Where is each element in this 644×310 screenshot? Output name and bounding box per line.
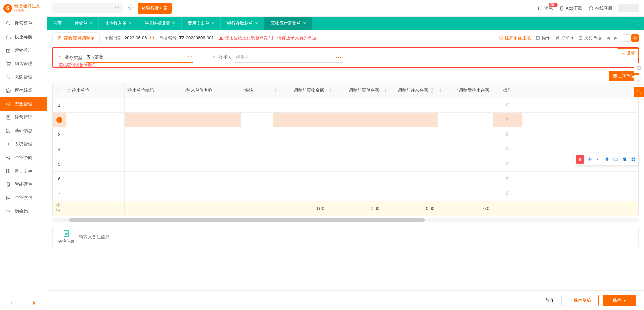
cell-code[interactable] <box>125 127 183 142</box>
settings-button[interactable]: 设置 <box>617 48 639 58</box>
sort-icon[interactable]: ▲▼ <box>184 88 187 92</box>
cell-remark[interactable] <box>241 127 273 142</box>
cell-pre-balance[interactable] <box>383 127 438 142</box>
save-draft-button[interactable]: 保存草稿 <box>566 295 599 306</box>
handler-input[interactable]: 经手人 ••• <box>235 52 343 63</box>
online-service-button[interactable]: 在线客服 <box>588 5 612 11</box>
ime-mic-icon[interactable] <box>604 156 610 163</box>
cell-code[interactable] <box>125 142 183 157</box>
cell-code[interactable] <box>125 186 183 201</box>
cell-code[interactable] <box>125 157 183 171</box>
cell-pre-balance[interactable] <box>383 157 438 171</box>
view-grid-button[interactable] <box>631 34 639 42</box>
trash-icon[interactable] <box>505 102 510 108</box>
sort-icon[interactable]: ▲▼ <box>126 88 128 92</box>
cell-pre-ap[interactable] <box>328 127 383 142</box>
app-download-button[interactable]: App下载 <box>559 5 582 11</box>
trash-icon[interactable] <box>505 146 510 152</box>
cell-pre-balance[interactable] <box>383 113 438 127</box>
nav-marketing[interactable]: 营销推广 <box>0 44 47 57</box>
cell-pre-balance[interactable] <box>383 172 438 186</box>
tab-other-income[interactable]: 其他收入单✕ <box>99 17 138 30</box>
tab-bank[interactable]: 银行存取款单✕ <box>221 17 264 30</box>
operate-button[interactable]: 操作 <box>536 35 550 41</box>
cell-name[interactable] <box>183 157 241 171</box>
cell-remark[interactable] <box>241 186 273 201</box>
trash-icon[interactable] <box>505 176 510 182</box>
ime-toolbox-icon[interactable] <box>630 156 637 163</box>
cell-unit[interactable] <box>66 98 125 112</box>
nav-system[interactable]: 系统管理 <box>0 137 47 151</box>
ime-lang-icon[interactable]: 中 <box>586 156 593 163</box>
sort-icon[interactable]: ▲▼ <box>439 88 442 92</box>
th-pre-ap[interactable]: ▲▼调整前应付余额 <box>328 83 383 98</box>
nav-guide[interactable]: 新手引导 <box>0 164 47 178</box>
th-remark[interactable]: ▲▼备注 <box>241 83 273 98</box>
nav-inventory[interactable]: 库存核算 <box>0 84 47 97</box>
save-button[interactable]: 保存▾ <box>603 295 636 306</box>
cell-pre-ar[interactable] <box>273 142 328 157</box>
th-pre-ar[interactable]: ▲▼调整前应收余额 <box>273 83 328 98</box>
next-icon[interactable]: ▶ <box>614 35 618 40</box>
tab-home[interactable]: 首页 <box>47 17 68 30</box>
cell-name[interactable] <box>183 127 241 142</box>
cell-unit[interactable] <box>66 127 125 142</box>
cell-pre-ap[interactable] <box>328 142 383 157</box>
cell-post-balance[interactable] <box>438 172 493 186</box>
cell-post-balance[interactable] <box>438 157 493 171</box>
cell-unit[interactable] <box>66 142 125 157</box>
balance-reset-button[interactable]: 往来余额重取 <box>499 35 531 41</box>
ime-skin-icon[interactable] <box>621 156 628 163</box>
tab-payment[interactable]: 付款单✕ <box>68 17 99 30</box>
cell-post-balance[interactable] <box>438 98 493 112</box>
nav-collab[interactable]: 企业协同 <box>0 151 47 164</box>
cell-code[interactable] <box>125 98 183 112</box>
tabs-close-all-icon[interactable] <box>627 20 632 27</box>
th-settings[interactable] <box>53 83 66 98</box>
nav-purchase[interactable]: 采购管理 <box>0 70 47 84</box>
cell-pre-ap[interactable] <box>328 113 383 127</box>
messages-button[interactable]: 消息 99+ <box>538 5 553 11</box>
nav-search-menu[interactable]: 搜索菜单 <box>0 17 47 30</box>
cell-pre-ar[interactable] <box>273 98 328 112</box>
th-pre-balance[interactable]: ▲▼调整前往来余额? <box>383 83 438 98</box>
close-icon[interactable]: ✕ <box>255 21 258 26</box>
th-post-balance[interactable]: ▲▼*调整后往来余额 <box>438 83 493 98</box>
tab-template[interactable]: 单据模板设置✕ <box>138 17 182 30</box>
cell-remark[interactable] <box>241 172 273 186</box>
cell-remark[interactable] <box>241 98 273 112</box>
cell-post-balance[interactable] <box>438 113 493 127</box>
company-selector[interactable]: ﹀ <box>52 3 123 13</box>
nav-sales[interactable]: 销售管理 <box>0 57 47 70</box>
trash-icon[interactable] <box>505 132 510 137</box>
nav-quick-nav[interactable]: 快捷导航 <box>0 30 47 44</box>
nav-vip[interactable]: 畅会员 <box>0 204 47 218</box>
close-icon[interactable]: ✕ <box>89 21 92 26</box>
th-name[interactable]: ▲▼往来单位名称 <box>183 83 241 98</box>
cell-pre-ar[interactable] <box>273 172 328 186</box>
rail-note-icon[interactable] <box>634 63 644 73</box>
cell-code[interactable] <box>125 172 183 186</box>
trash-icon[interactable] <box>505 191 510 196</box>
sort-icon[interactable]: ▲▼ <box>274 88 277 92</box>
experience-button[interactable]: 体验行业方案 <box>138 3 172 14</box>
cell-name[interactable] <box>183 113 241 127</box>
info-icon[interactable]: ? <box>430 88 434 93</box>
scrollbar-thumb[interactable] <box>69 218 425 222</box>
cell-unit[interactable] <box>66 113 125 127</box>
sort-icon[interactable]: ▲▼ <box>384 88 387 92</box>
abandon-button[interactable]: 放弃 <box>538 295 562 306</box>
tab-ar-ap-adjust[interactable]: 应收应付调整单✕ <box>264 17 312 30</box>
view-list-button[interactable] <box>623 34 630 42</box>
prev-icon[interactable]: ◀ <box>606 35 610 40</box>
collapse-icon[interactable] <box>32 300 38 307</box>
remarks-input[interactable] <box>79 234 633 239</box>
th-unit[interactable]: ▲▼*往来单位 <box>66 83 125 98</box>
cell-name[interactable] <box>183 172 241 186</box>
settings-icon[interactable] <box>9 300 14 307</box>
sort-icon[interactable]: ▲▼ <box>67 88 70 92</box>
cell-name[interactable] <box>183 142 241 157</box>
nav-operation[interactable]: 经营管理 <box>0 111 47 124</box>
th-code[interactable]: ▲▼往来单位编码 <box>125 83 183 98</box>
user-avatar[interactable] <box>618 4 639 12</box>
